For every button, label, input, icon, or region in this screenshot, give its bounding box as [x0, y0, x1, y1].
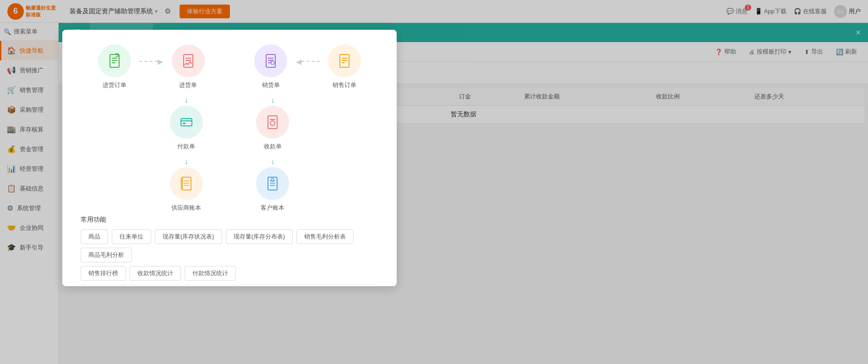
svg-rect-16: [181, 119, 192, 126]
sales-order-label: 销售订单: [333, 81, 356, 89]
func-btn-sales-rank[interactable]: 销售排行榜: [81, 266, 126, 281]
customer-ledger-icon: [256, 167, 289, 200]
func-btn-goods[interactable]: 商品: [81, 229, 108, 244]
flow-node-customer-ledger[interactable]: 客户账本: [245, 167, 300, 212]
flow-node-receipt-bill[interactable]: 收款单: [245, 106, 300, 151]
flow-node-purchase-order[interactable]: 进货订单: [90, 44, 139, 89]
func-buttons-row1: 商品 往来单位 现存量(库存状况表) 现存量(库存分布表) 销售毛利分析表 商品…: [81, 229, 378, 262]
common-func-title: 常用功能: [81, 216, 378, 224]
func-btn-stock-status[interactable]: 现存量(库存状况表): [155, 229, 222, 244]
payment-bill-icon: [170, 106, 203, 139]
flow-modal-overlay: 进货订单 ▶ 进货单: [0, 0, 868, 364]
func-btn-receipt-stats[interactable]: 收款情况统计: [130, 266, 181, 281]
receipt-bill-label: 收款单: [264, 142, 282, 151]
supplier-ledger-icon: [170, 167, 203, 200]
svg-rect-28: [268, 177, 277, 190]
flow-node-sales-order[interactable]: 销售订单: [320, 44, 369, 89]
func-btn-sales-profit-analysis[interactable]: 销售毛利分析表: [296, 229, 354, 244]
svg-rect-18: [183, 123, 186, 124]
common-functions-section: 常用功能 商品 往来单位 现存量(库存状况表) 现存量(库存分布表) 销售毛利分…: [81, 216, 378, 281]
sales-order-icon: [328, 44, 361, 77]
purchase-bill-icon: [172, 44, 205, 77]
purchase-bill-label: 进货单: [179, 81, 197, 89]
sales-bill-icon: [254, 44, 287, 77]
customer-ledger-label: 客户账本: [261, 204, 284, 212]
purchase-order-icon: [98, 44, 131, 77]
flow-node-sales-bill[interactable]: 销货单: [246, 44, 295, 89]
flow-modal: 进货订单 ▶ 进货单: [62, 30, 397, 286]
flow-node-payment-bill[interactable]: 付款单: [159, 106, 214, 151]
svg-rect-27: [180, 178, 183, 189]
sales-bill-label: 销货单: [262, 81, 280, 89]
supplier-ledger-label: 供应商账本: [171, 204, 201, 212]
svg-point-21: [270, 121, 275, 125]
flow-node-supplier-ledger[interactable]: 供应商账本: [159, 167, 214, 212]
func-buttons-row2: 销售排行榜 收款情况统计 付款情况统计: [81, 266, 378, 281]
flow-node-purchase-bill[interactable]: 进货单: [163, 44, 213, 89]
receipt-bill-icon: [256, 106, 289, 139]
svg-rect-19: [268, 116, 277, 129]
payment-bill-label: 付款单: [177, 142, 195, 151]
func-btn-contacts[interactable]: 往来单位: [112, 229, 151, 244]
func-btn-goods-profit[interactable]: 商品毛利分析: [81, 248, 132, 262]
modal-scrollbar: ◀ ▶: [81, 284, 378, 286]
func-btn-stock-dist[interactable]: 现存量(库存分布表): [226, 229, 293, 244]
func-btn-payment-stats[interactable]: 付款情况统计: [185, 266, 236, 281]
purchase-order-label: 进货订单: [103, 81, 126, 89]
